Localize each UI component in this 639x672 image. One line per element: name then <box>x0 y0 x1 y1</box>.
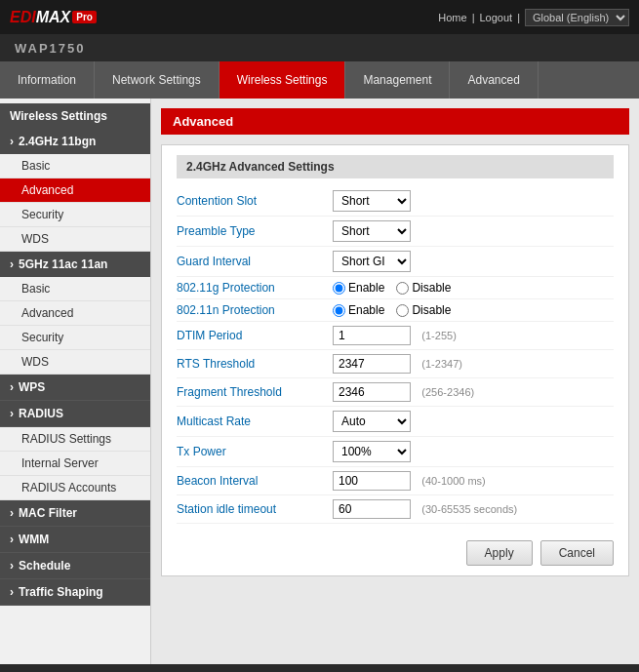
sidebar-traffic-shaping[interactable]: › Traffic Shaping <box>0 579 150 606</box>
sidebar-radius[interactable]: › RADIUS <box>0 401 150 427</box>
row-beacon-interval: Beacon Interval (40-1000 ms) <box>177 467 614 495</box>
label-protection-11g: 802.11g Protection <box>177 281 333 295</box>
sidebar-item-wds-5[interactable]: WDS <box>0 350 150 375</box>
label-rts-threshold: RTS Threshold <box>177 357 333 371</box>
sidebar-item-radius-accounts[interactable]: RADIUS Accounts <box>0 476 150 500</box>
label-multicast-rate: Multicast Rate <box>177 415 333 428</box>
apply-button[interactable]: Apply <box>466 540 533 566</box>
sidebar-item-basic-5[interactable]: Basic <box>0 277 150 301</box>
arrow-icon-wmm: › <box>10 533 14 546</box>
radio-11n-disable[interactable]: Disable <box>396 303 451 317</box>
row-dtim-period: DTIM Period (1-255) <box>177 322 614 350</box>
radio-input-11g-disable[interactable] <box>396 282 409 295</box>
sidebar-item-wds-24[interactable]: WDS <box>0 227 150 252</box>
nav-bar: Information Network Settings Wireless Se… <box>0 61 639 99</box>
header: EDIMAX Pro Home | Logout | Global (Engli… <box>0 0 639 34</box>
arrow-icon: › <box>10 135 14 148</box>
sidebar-24ghz-section[interactable]: › 2.4GHz 11bgn <box>0 129 150 154</box>
radio-input-11n-disable[interactable] <box>396 304 409 317</box>
sidebar-mac-filter[interactable]: › MAC Filter <box>0 500 150 527</box>
row-contention-slot: Contention Slot Short Long <box>177 186 614 217</box>
nav-information[interactable]: Information <box>0 61 95 99</box>
header-links: Home | Logout | Global (English) Chinese… <box>438 9 629 26</box>
arrow-icon-5g: › <box>10 257 14 271</box>
sidebar-item-internal-server[interactable]: Internal Server <box>0 452 150 476</box>
main-panel: Advanced 2.4GHz Advanced Settings Conten… <box>151 99 639 664</box>
input-rts-threshold[interactable] <box>333 354 411 374</box>
radio-input-11n-enable[interactable] <box>333 304 345 317</box>
nav-network-settings[interactable]: Network Settings <box>95 61 220 99</box>
hint-fragment-threshold: (256-2346) <box>421 386 474 398</box>
sidebar-wps[interactable]: › WPS <box>0 375 150 401</box>
select-guard-interval[interactable]: Short GI Long GI Auto <box>333 251 411 272</box>
sidebar-item-security-24[interactable]: Security <box>0 203 150 227</box>
radio-group-11n: Enable Disable <box>333 303 614 317</box>
logo-pro: Pro <box>72 11 97 23</box>
radio-11g-disable[interactable]: Disable <box>396 281 451 295</box>
radio-11g-enable[interactable]: Enable <box>333 281 384 295</box>
input-station-idle[interactable] <box>333 499 411 519</box>
select-contention-slot[interactable]: Short Long <box>333 190 411 212</box>
label-protection-11n: 802.11n Protection <box>177 303 333 317</box>
arrow-icon-traffic: › <box>10 585 14 599</box>
nav-management[interactable]: Management <box>345 61 450 99</box>
button-row: Apply Cancel <box>177 535 614 566</box>
footer: Copyright 2014 © EDIMAX Technology Co., … <box>0 664 639 672</box>
hint-rts-threshold: (1-2347) <box>421 358 462 370</box>
language-select[interactable]: Global (English) Chinese Japanese <box>525 9 629 26</box>
sidebar: Wireless Settings › 2.4GHz 11bgn Basic A… <box>0 99 151 664</box>
label-guard-interval: Guard Interval <box>177 255 333 268</box>
row-rts-threshold: RTS Threshold (1-2347) <box>177 350 614 378</box>
radio-11n-enable[interactable]: Enable <box>333 303 384 317</box>
model-name: WAP1750 <box>15 41 86 56</box>
sidebar-item-advanced-24[interactable]: Advanced <box>0 178 150 203</box>
logo-edimax: EDIMAX <box>10 9 70 26</box>
model-bar: WAP1750 <box>0 34 639 61</box>
input-dtim-period[interactable] <box>333 326 411 345</box>
input-fragment-threshold[interactable] <box>333 382 411 402</box>
label-preamble-type: Preamble Type <box>177 224 333 238</box>
select-tx-power[interactable]: 100% 75% 50% 25% <box>333 441 411 462</box>
hint-beacon-interval: (40-1000 ms) <box>421 475 485 487</box>
panel-title: Advanced <box>161 108 629 135</box>
row-protection-11n: 802.11n Protection Enable Disable <box>177 299 614 322</box>
select-preamble-type[interactable]: Short Long <box>333 220 411 242</box>
radio-input-11g-enable[interactable] <box>333 282 345 295</box>
sidebar-wmm[interactable]: › WMM <box>0 527 150 553</box>
nav-wireless-settings[interactable]: Wireless Settings <box>220 61 346 99</box>
arrow-icon-schedule: › <box>10 559 14 573</box>
row-multicast-rate: Multicast Rate Auto 1 2 5.5 11 <box>177 407 614 437</box>
sidebar-5ghz-section[interactable]: › 5GHz 11ac 11an <box>0 252 150 277</box>
nav-advanced[interactable]: Advanced <box>450 61 538 99</box>
row-station-idle: Station idle timeout (30-65535 seconds) <box>177 495 614 524</box>
label-contention-slot: Contention Slot <box>177 194 333 208</box>
settings-box-title: 2.4GHz Advanced Settings <box>177 155 614 178</box>
content-area: Wireless Settings › 2.4GHz 11bgn Basic A… <box>0 99 639 664</box>
home-link[interactable]: Home <box>438 12 466 23</box>
row-guard-interval: Guard Interval Short GI Long GI Auto <box>177 247 614 277</box>
arrow-icon-mac: › <box>10 506 14 520</box>
sidebar-item-radius-settings[interactable]: RADIUS Settings <box>0 427 150 452</box>
settings-box: 2.4GHz Advanced Settings Contention Slot… <box>161 144 629 576</box>
arrow-icon-radius: › <box>10 407 14 420</box>
radio-group-11g: Enable Disable <box>333 281 614 295</box>
sidebar-item-advanced-5[interactable]: Advanced <box>0 301 150 326</box>
select-multicast-rate[interactable]: Auto 1 2 5.5 11 <box>333 411 411 432</box>
logout-link[interactable]: Logout <box>479 12 512 23</box>
label-beacon-interval: Beacon Interval <box>177 474 333 488</box>
row-fragment-threshold: Fragment Threshold (256-2346) <box>177 378 614 407</box>
hint-station-idle: (30-65535 seconds) <box>421 503 517 515</box>
sidebar-schedule[interactable]: › Schedule <box>0 553 150 579</box>
sidebar-item-security-5[interactable]: Security <box>0 326 150 350</box>
label-tx-power: Tx Power <box>177 445 333 458</box>
sidebar-title: Wireless Settings <box>0 103 150 129</box>
row-preamble-type: Preamble Type Short Long <box>177 217 614 247</box>
logo: EDIMAX Pro <box>10 9 97 26</box>
sidebar-item-basic-24[interactable]: Basic <box>0 154 150 178</box>
label-fragment-threshold: Fragment Threshold <box>177 385 333 399</box>
input-beacon-interval[interactable] <box>333 471 411 491</box>
cancel-button[interactable]: Cancel <box>540 540 614 566</box>
row-protection-11g: 802.11g Protection Enable Disable <box>177 277 614 299</box>
label-station-idle: Station idle timeout <box>177 502 333 516</box>
hint-dtim-period: (1-255) <box>421 330 456 341</box>
